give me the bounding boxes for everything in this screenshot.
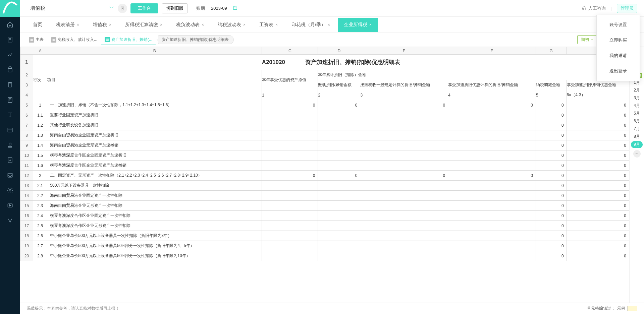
cell[interactable]: 按照税收一般规定计算的折旧/摊销金额 bbox=[360, 80, 448, 90]
cell[interactable]: 2.5 bbox=[33, 221, 47, 231]
cell[interactable]: 3 bbox=[20, 80, 33, 90]
cell[interactable] bbox=[262, 150, 318, 161]
cell[interactable]: 账载折旧/摊销金额 bbox=[318, 80, 360, 90]
cell[interactable]: 2 bbox=[20, 70, 33, 80]
cell[interactable]: 0 bbox=[567, 161, 629, 171]
cell[interactable]: 2.3 bbox=[33, 201, 47, 211]
cell[interactable]: 横琴粤澳深度合作区企业固定资产加速折旧 bbox=[47, 150, 262, 161]
cell[interactable] bbox=[360, 130, 448, 140]
cell[interactable]: 0 bbox=[567, 120, 629, 130]
cell[interactable] bbox=[262, 110, 318, 120]
cell[interactable] bbox=[360, 241, 448, 251]
cell[interactable]: 14 bbox=[20, 191, 33, 201]
cell[interactable]: 0 bbox=[536, 251, 567, 261]
cell[interactable] bbox=[448, 201, 536, 211]
cell[interactable]: 行次 bbox=[33, 70, 47, 90]
cell[interactable]: 0 bbox=[536, 181, 567, 191]
workbench-button[interactable]: 工作台 bbox=[130, 3, 158, 13]
user-menu-item[interactable]: 账号设置 bbox=[597, 17, 640, 33]
close-icon[interactable]: × bbox=[160, 22, 162, 27]
nav-settings-icon[interactable] bbox=[0, 183, 20, 198]
col-header[interactable] bbox=[20, 47, 33, 55]
cell[interactable]: 0 bbox=[536, 130, 567, 140]
cell[interactable]: 0 bbox=[536, 191, 567, 201]
cell[interactable]: 20 bbox=[20, 251, 33, 261]
cell[interactable]: 海南自由贸易港企业无形资产一次性扣除 bbox=[47, 201, 262, 211]
cell[interactable]: 2 bbox=[33, 171, 47, 181]
cell[interactable]: 2.8 bbox=[33, 251, 47, 261]
cell[interactable]: 16 bbox=[20, 211, 33, 221]
cell[interactable] bbox=[262, 191, 318, 201]
cell[interactable] bbox=[318, 150, 360, 161]
cell[interactable]: 0 bbox=[536, 241, 567, 251]
cell[interactable] bbox=[318, 161, 360, 171]
cell[interactable] bbox=[360, 110, 448, 120]
cell[interactable] bbox=[318, 140, 360, 150]
cell[interactable] bbox=[360, 251, 448, 261]
cell[interactable]: 1.2 bbox=[33, 120, 47, 130]
cell[interactable]: 0 bbox=[567, 110, 629, 120]
cell[interactable] bbox=[360, 161, 448, 171]
month-item[interactable]: 8月 bbox=[630, 133, 644, 140]
cell[interactable]: 5 bbox=[536, 90, 567, 100]
cell[interactable]: 0 bbox=[536, 100, 567, 110]
cell[interactable]: 0 bbox=[567, 221, 629, 231]
col-header[interactable]: D bbox=[318, 47, 360, 55]
cell[interactable] bbox=[448, 241, 536, 251]
cell[interactable]: 3 bbox=[360, 90, 448, 100]
tab[interactable]: 工资表× bbox=[253, 18, 284, 32]
col-header[interactable]: C bbox=[262, 47, 318, 55]
cell[interactable]: 6 bbox=[20, 110, 33, 120]
cell[interactable] bbox=[318, 241, 360, 251]
cell[interactable]: 12 bbox=[20, 171, 33, 181]
cell[interactable] bbox=[360, 140, 448, 150]
cell[interactable] bbox=[448, 130, 536, 140]
cell[interactable] bbox=[360, 150, 448, 161]
cell[interactable]: 中小微企业单价500万元以上设备器具一次性扣除（折旧年限为3年） bbox=[47, 231, 262, 241]
tab[interactable]: 企业所得税× bbox=[338, 18, 378, 32]
nav-window-icon[interactable] bbox=[0, 122, 20, 137]
cell[interactable]: 6=（4-3） bbox=[567, 90, 629, 100]
cell[interactable] bbox=[33, 90, 47, 100]
cell[interactable] bbox=[318, 221, 360, 231]
cell[interactable] bbox=[262, 140, 318, 150]
close-icon[interactable]: × bbox=[202, 22, 204, 27]
cell[interactable]: 0 bbox=[536, 201, 567, 211]
close-icon[interactable]: × bbox=[77, 22, 79, 27]
cell[interactable]: 其他行业研发设备加速折旧 bbox=[47, 120, 262, 130]
nav-export-icon[interactable] bbox=[0, 152, 20, 168]
user-menu-item[interactable]: 退出登录 bbox=[597, 63, 640, 79]
cell[interactable]: 0 bbox=[567, 140, 629, 150]
cell[interactable]: 0 bbox=[360, 100, 448, 110]
cell[interactable]: 500万元以下设备器具一次性扣除 bbox=[47, 181, 262, 191]
cell[interactable]: 中小微企业单价500万元以上设备器具50%部分一次性扣除（折旧年限为10年） bbox=[47, 251, 262, 261]
close-icon[interactable]: × bbox=[243, 22, 246, 27]
cell[interactable]: 1 bbox=[262, 90, 318, 100]
cell[interactable]: 1 bbox=[33, 100, 47, 110]
cell[interactable] bbox=[448, 191, 536, 201]
cell[interactable] bbox=[262, 211, 318, 221]
cell[interactable]: 7 bbox=[20, 120, 33, 130]
nav-stamp-icon[interactable] bbox=[0, 137, 20, 152]
cell[interactable] bbox=[360, 201, 448, 211]
tab[interactable]: 纳税波动表× bbox=[212, 18, 252, 32]
nav-text-icon[interactable] bbox=[0, 107, 20, 122]
cell[interactable] bbox=[318, 120, 360, 130]
cell[interactable] bbox=[448, 161, 536, 171]
col-header[interactable]: A bbox=[33, 47, 47, 55]
cell[interactable]: 海南自由贸易港企业无形资产加速摊销 bbox=[47, 140, 262, 150]
cell[interactable]: 1.1 bbox=[33, 110, 47, 120]
nav-v-icon[interactable] bbox=[0, 213, 20, 228]
cell[interactable]: 18 bbox=[20, 231, 33, 241]
cell[interactable]: 0 bbox=[567, 211, 629, 221]
month-item[interactable]: 9月 bbox=[631, 141, 643, 148]
cell[interactable]: 0 bbox=[567, 191, 629, 201]
cell[interactable]: 横琴粤澳深度合作区企业无形资产一次性扣除 bbox=[47, 221, 262, 231]
cell[interactable] bbox=[448, 140, 536, 150]
cell[interactable]: 1.3 bbox=[33, 130, 47, 140]
cell[interactable]: 1.6 bbox=[33, 161, 47, 171]
cell[interactable]: 横琴粤澳深度合作区企业固定资产一次性扣除 bbox=[47, 211, 262, 221]
switch-old-button[interactable]: 切到旧版 bbox=[162, 3, 188, 13]
cell[interactable]: 17 bbox=[20, 221, 33, 231]
cell[interactable]: 2.7 bbox=[33, 241, 47, 251]
